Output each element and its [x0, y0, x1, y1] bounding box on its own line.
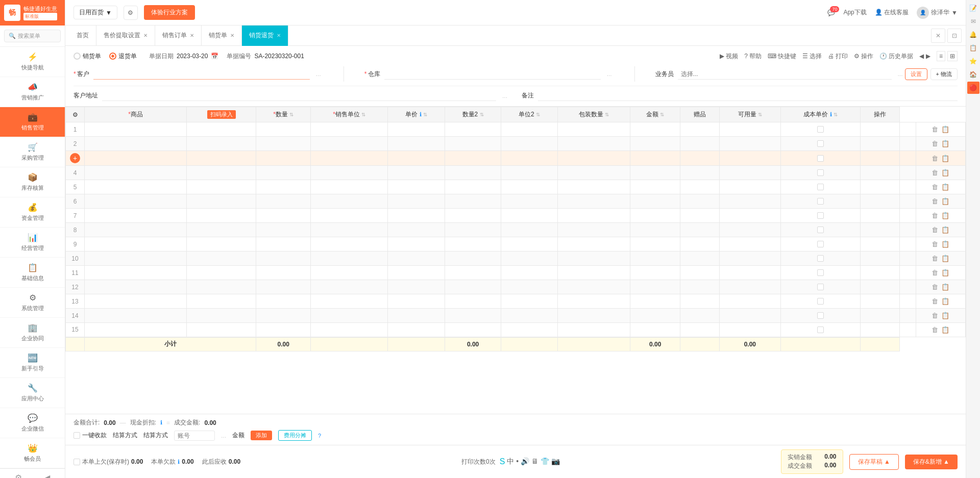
right-icon-6[interactable]: 🏠: [967, 68, 979, 81]
gift-checkbox-2[interactable]: [817, 140, 824, 147]
fee-help-icon[interactable]: ?: [318, 433, 321, 439]
copy-row-5-icon[interactable]: 📋: [941, 183, 949, 191]
app-download-link[interactable]: App下载: [843, 8, 866, 17]
col-gear[interactable]: ⚙: [66, 107, 85, 122]
toolbar-icon-7[interactable]: 📷: [551, 457, 560, 466]
account-input[interactable]: [174, 431, 215, 441]
right-icon-1[interactable]: 📝: [967, 2, 979, 14]
view-list-icon[interactable]: ≡: [937, 51, 945, 61]
gift-checkbox-13[interactable]: [817, 298, 824, 305]
sidebar-item-appstore[interactable]: 🔧应用中心: [0, 378, 65, 408]
sidebar-item-enterprise[interactable]: 🏢企业协同: [0, 318, 65, 348]
tab-maximize-button[interactable]: ⊡: [947, 29, 962, 43]
copy-row-8-icon[interactable]: 📋: [941, 226, 949, 234]
right-icon-4[interactable]: 📋: [967, 42, 979, 54]
delete-row-4-icon[interactable]: 🗑: [932, 169, 938, 177]
right-icon-2[interactable]: ✉: [967, 15, 979, 28]
sidebar-item-inventory[interactable]: 📦库存核算: [0, 167, 65, 197]
address-select-btn[interactable]: ...: [500, 92, 509, 99]
table-area[interactable]: ⚙ *商品 扫码录入 *数量 ⇅ *销售单位 ⇅ 单价 ℹ ⇅ 数量2 ⇅ 单位…: [65, 107, 966, 414]
tab-price-setting-close[interactable]: ✕: [143, 33, 148, 38]
delete-row-14-icon[interactable]: 🗑: [932, 312, 938, 319]
copy-row-13-icon[interactable]: 📋: [941, 297, 949, 305]
calc-method2-label[interactable]: 结算方式: [143, 431, 168, 440]
delete-row-10-icon[interactable]: 🗑: [932, 255, 938, 262]
calc-method-label[interactable]: 结算方式: [113, 431, 137, 440]
action-help[interactable]: ? 帮助: [744, 52, 762, 61]
sidebar-item-guide[interactable]: 🆕新手引导: [0, 348, 65, 378]
copy-row-1-icon[interactable]: 📋: [941, 125, 949, 133]
sidebar-item-wechat[interactable]: 💬企业微信: [0, 408, 65, 438]
action-shortcut[interactable]: ⌨ 快捷键: [768, 52, 796, 61]
gift-checkbox-3[interactable]: [817, 155, 824, 162]
gift-checkbox-11[interactable]: [817, 269, 824, 276]
customer-select-btn[interactable]: ...: [314, 70, 323, 78]
remark-input[interactable]: [538, 90, 958, 101]
copy-row-9-icon[interactable]: 📋: [941, 240, 949, 248]
salesperson-input[interactable]: [678, 69, 892, 80]
address-input[interactable]: [102, 90, 496, 101]
payment-stat-checkbox[interactable]: [74, 459, 80, 465]
calendar-icon[interactable]: 📅: [211, 53, 218, 60]
header-gear-button[interactable]: ⚙: [124, 6, 138, 20]
delete-row-2-icon[interactable]: 🗑: [932, 140, 938, 147]
gift-checkbox-9[interactable]: [817, 241, 824, 247]
gift-checkbox-6[interactable]: [817, 198, 824, 205]
customer-input[interactable]: [93, 69, 310, 80]
stat2-info[interactable]: ℹ: [178, 459, 180, 465]
experience-btn[interactable]: 体验行业方案: [144, 5, 195, 20]
col-scan[interactable]: 扫码录入: [187, 107, 256, 122]
delete-row-9-icon[interactable]: 🗑: [932, 240, 938, 248]
logistics-button[interactable]: + 物流: [930, 68, 958, 80]
radio-delivery[interactable]: 销货单: [74, 52, 101, 61]
action-print[interactable]: 🖨 打印: [828, 52, 848, 61]
delete-row-5-icon[interactable]: 🗑: [932, 183, 938, 191]
online-service-link[interactable]: 👤 在线客服: [875, 8, 909, 17]
warehouse-input[interactable]: 总仓: [384, 69, 601, 80]
sidebar-item-system[interactable]: ⚙系统管理: [0, 288, 65, 318]
delete-row-13-icon[interactable]: 🗑: [932, 297, 938, 305]
copy-row-7-icon[interactable]: 📋: [941, 212, 949, 219]
setting-button[interactable]: 设置: [905, 68, 927, 80]
action-select[interactable]: ☰ 选择: [802, 52, 822, 61]
nav-next-icon[interactable]: ▶: [926, 53, 930, 60]
sidebar-item-shortcut[interactable]: ⚡快捷导航: [0, 47, 65, 77]
delete-row-15-icon[interactable]: 🗑: [932, 326, 938, 334]
gift-checkbox-14[interactable]: [817, 312, 824, 319]
business-type-dropdown[interactable]: 日用百货 ▼: [74, 6, 117, 19]
copy-row-6-icon[interactable]: 📋: [941, 197, 949, 205]
copy-row-4-icon[interactable]: 📋: [941, 169, 949, 177]
gift-checkbox-15[interactable]: [817, 326, 824, 333]
salesperson-select-btn[interactable]: ...: [896, 70, 905, 78]
add-row-btn[interactable]: +: [70, 153, 80, 163]
one-click-payment-checkbox[interactable]: 一键收款: [74, 431, 107, 440]
right-icon-3[interactable]: 🔔: [967, 29, 979, 41]
sidebar-item-operation[interactable]: 📊经营管理: [0, 228, 65, 258]
sidebar-item-purchase[interactable]: 🛒采购管理: [0, 137, 65, 167]
view-grid-icon[interactable]: ⊞: [947, 51, 958, 61]
gift-checkbox-7[interactable]: [817, 212, 824, 219]
copy-row-3-icon[interactable]: 📋: [941, 155, 949, 162]
toolbar-icon-5[interactable]: 🖥: [531, 457, 538, 466]
copy-row-11-icon[interactable]: 📋: [941, 269, 949, 276]
sidebar-collapse-icon[interactable]: ◀: [44, 473, 50, 478]
account-select-btn[interactable]: ...: [221, 432, 226, 439]
copy-row-14-icon[interactable]: 📋: [941, 312, 949, 319]
copy-row-12-icon[interactable]: 📋: [941, 283, 949, 291]
warehouse-select-btn[interactable]: ...: [605, 70, 614, 78]
sidebar-settings-icon[interactable]: ⚙: [15, 473, 22, 478]
gift-checkbox-10[interactable]: [817, 255, 824, 262]
sidebar-item-member[interactable]: 👑畅会员: [0, 438, 65, 468]
discount-info-icon[interactable]: ℹ: [160, 419, 162, 426]
gift-checkbox-12[interactable]: [817, 284, 824, 290]
action-operate[interactable]: ⚙ 操作: [854, 52, 873, 61]
delete-row-7-icon[interactable]: 🗑: [932, 212, 938, 219]
copy-row-2-icon[interactable]: 📋: [941, 140, 949, 147]
message-icon[interactable]: 💬 70: [827, 9, 835, 16]
action-history[interactable]: 🕐 历史单据: [879, 52, 913, 61]
right-icon-5[interactable]: ⭐: [967, 55, 979, 67]
product-input-3[interactable]: [89, 155, 182, 162]
nav-prev-icon[interactable]: ◀: [919, 53, 924, 60]
toolbar-icon-1[interactable]: S: [500, 457, 505, 466]
add-payment-btn[interactable]: 添加: [251, 431, 272, 440]
